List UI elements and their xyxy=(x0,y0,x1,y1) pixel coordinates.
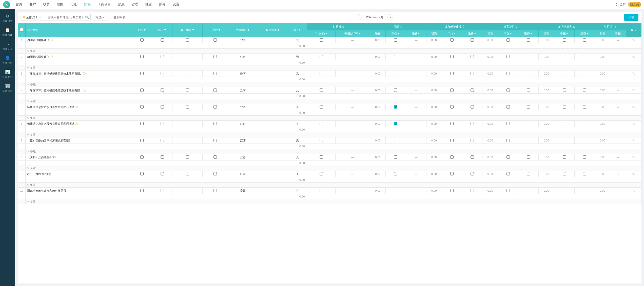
queren-cb[interactable] xyxy=(172,154,203,160)
edit-ops[interactable]: ✎ xyxy=(626,188,641,194)
jy-pay-cb[interactable] xyxy=(518,54,538,60)
edit-ops[interactable]: ✎ xyxy=(626,87,641,94)
remark-text[interactable]: ✎备注： xyxy=(26,49,641,54)
df-apply-cb[interactable] xyxy=(554,70,574,77)
jy-pay-cb[interactable] xyxy=(518,70,538,77)
jy-apply-cb[interactable] xyxy=(498,154,518,160)
nav-home[interactable]: 首页 xyxy=(12,0,26,9)
jy-apply-cb[interactable] xyxy=(498,54,518,60)
nav-client[interactable]: 客户 xyxy=(26,0,40,9)
edit-icon[interactable]: ✎ xyxy=(632,189,635,193)
zz-apply-cb[interactable] xyxy=(386,87,406,94)
nav-shezhi[interactable]: 设置 xyxy=(169,0,183,9)
wansui-cb[interactable] xyxy=(203,70,228,77)
df-apply-cb[interactable] xyxy=(554,171,574,177)
jy-apply-cb[interactable] xyxy=(498,171,518,177)
zz-apply-cb[interactable] xyxy=(386,104,406,110)
wansui-cb[interactable] xyxy=(203,37,228,43)
cs-pay-cb[interactable] xyxy=(462,188,482,194)
sidebar-item-huizong[interactable]: 📊 汇总明细 xyxy=(0,67,15,81)
download-button[interactable]: 下载 xyxy=(624,14,638,21)
cs-apply-cb[interactable] xyxy=(442,54,462,60)
chaoshui-cb[interactable] xyxy=(132,121,152,127)
df-apply-cb[interactable] xyxy=(554,137,574,144)
edit-ops[interactable]: ✎ xyxy=(626,104,641,110)
caiwu-year-cb[interactable] xyxy=(307,154,335,160)
sidebar-item-geren[interactable]: 👤 个税申报 xyxy=(0,53,15,67)
df-apply-cb[interactable] xyxy=(554,87,574,94)
jy-pay-cb[interactable] xyxy=(518,188,538,194)
jy-pay-cb[interactable] xyxy=(518,87,538,94)
jy-apply-cb[interactable] xyxy=(498,104,518,110)
cs-apply-cb[interactable] xyxy=(442,37,462,43)
qingka-cb[interactable] xyxy=(152,137,172,144)
chaoshui-cb[interactable] xyxy=(132,154,152,160)
edit-icon[interactable]: ✎ xyxy=(632,122,635,126)
cs-apply-cb[interactable] xyxy=(442,154,462,160)
df-apply-cb[interactable] xyxy=(554,54,574,60)
jy-pay-cb[interactable] xyxy=(518,104,538,110)
wansui-cb[interactable] xyxy=(203,121,228,127)
sidebar-item-baoshuijilan[interactable]: 🗂 报税记录 xyxy=(0,39,15,53)
data-table-wrapper[interactable]: 客户名称 抄税▼ 清卡▼ 客户确认▼ 已完税▼ 所属地区▼ 税控设备▼ 收入C … xyxy=(18,23,641,283)
employee-filter[interactable]: 全部员工 ▾ xyxy=(21,14,43,21)
wansui-cb[interactable] xyxy=(203,104,228,110)
queren-cb[interactable] xyxy=(172,54,203,60)
qingka-cb[interactable] xyxy=(152,188,172,194)
queren-cb[interactable] xyxy=(172,137,203,144)
queren-cb[interactable] xyxy=(172,121,203,127)
queren-cb[interactable] xyxy=(172,87,203,94)
sidebar-item-piliangbaoshui[interactable]: 📋 批量报税 xyxy=(0,25,15,39)
edit-ops[interactable]: ✎ xyxy=(626,137,641,144)
wansui-cb[interactable] xyxy=(203,87,228,94)
df-pay-cb[interactable] xyxy=(574,70,595,77)
zz-apply-cb[interactable] xyxy=(386,70,406,77)
edit-icon[interactable]: ✎ xyxy=(632,88,635,92)
df-apply-cb[interactable] xyxy=(554,154,574,160)
qingka-cb[interactable] xyxy=(152,121,172,127)
queren-cb[interactable] xyxy=(172,37,203,43)
qingka-cb[interactable] xyxy=(152,104,172,110)
caiwu-year-cb[interactable] xyxy=(307,54,335,60)
next-month-button[interactable]: › xyxy=(387,14,393,20)
chaoshui-cb[interactable] xyxy=(132,137,152,144)
nav-xiaoxi[interactable]: 消息 xyxy=(114,0,128,9)
th-checkbox[interactable] xyxy=(18,23,26,37)
queren-cb[interactable] xyxy=(172,70,203,77)
select-all-checkbox[interactable] xyxy=(20,28,23,31)
nav-guanli[interactable]: 管理 xyxy=(128,0,142,9)
chaoshui-cb[interactable] xyxy=(132,188,152,194)
chaoshui-cb[interactable] xyxy=(132,54,152,60)
cs-apply-cb[interactable] xyxy=(442,121,462,127)
fullscreen-btn[interactable]: ⛶ 全屏 xyxy=(616,2,626,7)
edit-icon[interactable]: ✎ xyxy=(632,155,635,159)
chaoshui-cb[interactable] xyxy=(132,171,152,177)
jy-pay-cb[interactable] xyxy=(518,37,538,43)
cs-pay-cb[interactable] xyxy=(462,154,482,160)
chaoshui-cb[interactable] xyxy=(132,70,152,77)
sidebar-item-gongnian[interactable]: 🏢 工商年报 xyxy=(0,81,15,95)
jy-apply-cb[interactable] xyxy=(498,121,518,127)
nav-fuwu[interactable]: 服务 xyxy=(155,0,169,9)
remark-text[interactable]: ✎备注： xyxy=(26,116,641,121)
cs-apply-cb[interactable] xyxy=(442,137,462,144)
remark-text[interactable]: ✎备注： xyxy=(26,199,641,204)
zz-apply-cb[interactable] xyxy=(386,137,406,144)
chaoshui-cb[interactable] xyxy=(132,104,152,110)
zz-apply-cb[interactable] xyxy=(386,188,406,194)
jy-apply-cb[interactable] xyxy=(498,188,518,194)
edit-icon[interactable]: ✎ xyxy=(632,105,635,109)
jy-apply-cb[interactable] xyxy=(498,70,518,77)
wansui-cb[interactable] xyxy=(203,154,228,160)
df-pay-cb[interactable] xyxy=(574,137,595,144)
caiwu-year-cb[interactable] xyxy=(307,121,335,127)
df-pay-cb[interactable] xyxy=(574,154,595,160)
cs-pay-cb[interactable] xyxy=(462,171,482,177)
qingka-cb[interactable] xyxy=(152,70,172,77)
df-pay-cb[interactable] xyxy=(574,121,595,127)
prev-month-button[interactable]: ‹ xyxy=(357,14,362,20)
qingka-cb[interactable] xyxy=(152,171,172,177)
search-icon[interactable]: 🔍 xyxy=(85,15,89,19)
zz-apply-cb[interactable] xyxy=(386,121,406,127)
jy-apply-cb[interactable] xyxy=(498,87,518,94)
